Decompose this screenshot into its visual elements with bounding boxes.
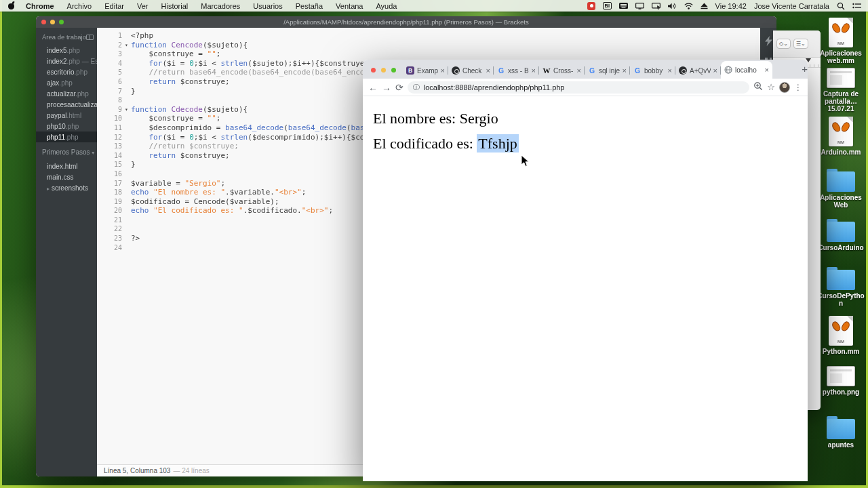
- desktop-icon-apuntes[interactable]: apuntes: [815, 415, 867, 449]
- menu-item-pesta-a[interactable]: Pestaña: [296, 2, 323, 10]
- address-bar[interactable]: ⓘ localhost:8888/aprendiendophp/php11.ph…: [408, 81, 750, 94]
- menu-dots-icon[interactable]: ⋮: [794, 83, 802, 92]
- menu-item-ver[interactable]: Ver: [137, 2, 149, 10]
- zoom-button[interactable]: [59, 20, 64, 24]
- tab-close-icon[interactable]: ×: [486, 67, 490, 74]
- fold-gutter: [122, 224, 131, 234]
- menu-bar: ChromeArchivoEditarVerHistorialMarcadore…: [0, 0, 868, 12]
- eject-icon[interactable]: [701, 1, 708, 10]
- working-file-index5-php[interactable]: index5.php: [36, 45, 97, 56]
- menu-item-chrome[interactable]: Chrome: [26, 2, 54, 10]
- bi-icon[interactable]: BI: [603, 1, 612, 10]
- tab-xss-b[interactable]: Gxss - B×: [494, 62, 539, 79]
- brackets-titlebar[interactable]: /Applications/MAMP/htdocs/aprendiendophp…: [36, 16, 776, 28]
- info-icon[interactable]: ⓘ: [413, 83, 420, 92]
- tab-close-icon[interactable]: ×: [532, 67, 536, 74]
- desktop-icon-python-png[interactable]: python.png: [815, 366, 867, 396]
- back-button[interactable]: ←: [368, 83, 378, 92]
- tab-close-icon[interactable]: ×: [668, 67, 672, 74]
- tab-label: localho: [735, 66, 762, 74]
- desktop-icon-arduino-mm[interactable]: MMArduino.mm: [815, 117, 867, 156]
- working-file-procesaactualizar-php[interactable]: procesaactualizar.php: [36, 99, 97, 110]
- working-file-index2-php[interactable]: index2.php — España: [36, 56, 97, 66]
- line-number: 15: [97, 160, 122, 169]
- tab-a-qvv[interactable]: A+QvV×: [675, 62, 721, 79]
- zoom-button[interactable]: [391, 68, 396, 73]
- project-file-screenshots[interactable]: ▸screenshots: [36, 182, 97, 193]
- close-button[interactable]: [41, 20, 46, 24]
- screen-mirroring-icon[interactable]: [652, 1, 660, 10]
- tab-examp[interactable]: BExamp×: [403, 62, 448, 79]
- clock[interactable]: Vie 19:42: [715, 2, 747, 10]
- tab-close-icon[interactable]: ×: [623, 67, 627, 74]
- tab-cross[interactable]: WCross-×: [539, 62, 585, 79]
- desktop-icon-python-mm[interactable]: MMPython.mm: [815, 316, 867, 355]
- reload-button[interactable]: ⟳: [395, 83, 403, 92]
- minimize-button[interactable]: [50, 20, 55, 24]
- working-file-actualizar-php[interactable]: actualizar.php: [36, 88, 97, 99]
- live-preview-icon[interactable]: [764, 36, 773, 49]
- minimize-button[interactable]: [381, 68, 386, 73]
- url-text[interactable]: localhost:8888/aprendiendophp/php11.php: [424, 83, 565, 92]
- line-spacing-control[interactable]: ◇⌄: [776, 39, 791, 49]
- code-line[interactable]: 1<?php: [97, 31, 776, 41]
- working-file-paypal-html[interactable]: paypal.html: [36, 110, 97, 121]
- notification-center-icon[interactable]: [852, 1, 861, 10]
- tab-close-icon[interactable]: ×: [577, 67, 581, 74]
- forward-button[interactable]: →: [382, 83, 391, 92]
- code-line[interactable]: 3 $construye = "";: [97, 49, 776, 59]
- working-file-php10-php[interactable]: php10.php: [36, 121, 97, 131]
- volume-icon[interactable]: [668, 1, 677, 10]
- desktop-icon-cursodepython[interactable]: CursoDePython: [815, 266, 867, 307]
- chrome-traffic-lights[interactable]: [371, 68, 396, 73]
- spotlight-search-icon[interactable]: [837, 1, 845, 10]
- menu-item-historial[interactable]: Historial: [161, 2, 189, 10]
- code-line[interactable]: 2▾function Cencode($sujeto){: [97, 41, 776, 50]
- menu-item-editar[interactable]: Editar: [104, 2, 124, 10]
- new-tab-button[interactable]: +: [802, 63, 808, 75]
- record-icon[interactable]: [587, 1, 595, 10]
- working-file-escritorio-php[interactable]: escritorio.php: [36, 66, 97, 77]
- desktop-icon-aplicaciones-web-mm[interactable]: MMAplicaciones web.mm: [815, 18, 867, 64]
- bookmark-star-icon[interactable]: ☆: [767, 83, 775, 92]
- working-file-php11-php[interactable]: php11.php: [36, 131, 97, 142]
- desktop-icon-captura-de-pantalla-15-07-21[interactable]: Captura de pantalla…15.07.21: [815, 68, 867, 113]
- tab-close-icon[interactable]: ×: [765, 66, 769, 73]
- folder-arrow-icon[interactable]: ▸: [47, 186, 50, 192]
- tab-sql-inje[interactable]: Gsql inje×: [585, 62, 630, 79]
- code-text: ?>: [131, 234, 140, 243]
- tab-bobby[interactable]: Gbobby×: [630, 62, 675, 79]
- working-file-ajax-php[interactable]: ajax.php: [36, 77, 97, 88]
- split-view-icon[interactable]: [86, 35, 94, 40]
- profile-avatar[interactable]: [779, 82, 790, 93]
- list-style-control[interactable]: ☰⌄: [793, 39, 808, 49]
- zoom-indicator-icon[interactable]: [753, 81, 763, 94]
- menu-item-archivo[interactable]: Archivo: [67, 2, 92, 10]
- project-file-main-css[interactable]: main.css: [36, 171, 97, 182]
- user-name[interactable]: Jose Vicente Carratala: [754, 2, 829, 10]
- tab-close-icon[interactable]: ×: [713, 67, 717, 74]
- tab-check[interactable]: Check×: [448, 62, 494, 79]
- keyboard-icon[interactable]: [619, 1, 628, 10]
- desktop-icon-cursoarduino[interactable]: CursoArduino: [815, 218, 867, 251]
- tab-localho[interactable]: localho×: [721, 61, 772, 79]
- selected-text[interactable]: Tfshjp: [477, 134, 518, 152]
- desktop-icon-aplicaciones-web[interactable]: Aplicaciones Web: [815, 168, 867, 209]
- menu-item-usuarios[interactable]: Usuarios: [253, 2, 282, 10]
- wifi-icon[interactable]: [684, 1, 693, 10]
- fold-arrow-icon[interactable]: ▾: [122, 41, 131, 50]
- bi-icon-label: BI: [603, 2, 612, 9]
- menu-item-marcadores[interactable]: Marcadores: [201, 2, 240, 10]
- apple-menu-icon[interactable]: [8, 2, 15, 9]
- menu-item-ventana[interactable]: Ventana: [336, 2, 363, 10]
- chrome-window[interactable]: BExamp×Check×Gxss - B×WCross-×Gsql inje×…: [363, 60, 808, 481]
- fold-gutter: [122, 96, 131, 105]
- brackets-traffic-lights[interactable]: [41, 20, 64, 24]
- tab-close-icon[interactable]: ×: [441, 67, 445, 74]
- display-icon[interactable]: [635, 1, 644, 10]
- project-dropdown[interactable]: Primeros Pasos ▾: [36, 142, 97, 161]
- fold-arrow-icon[interactable]: ▾: [122, 105, 131, 115]
- project-file-index-html[interactable]: index.html: [36, 161, 97, 171]
- menu-item-ayuda[interactable]: Ayuda: [376, 2, 397, 10]
- close-button[interactable]: [371, 68, 376, 73]
